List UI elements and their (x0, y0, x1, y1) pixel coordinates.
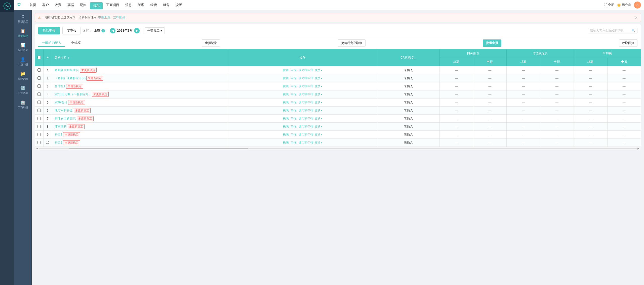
op-taxform-2[interactable]: 税表 (283, 84, 289, 88)
op-submit-9[interactable]: 申报 (291, 141, 297, 144)
op-taxform-6[interactable]: 税表 (283, 117, 289, 120)
op-submit-5[interactable]: 申报 (291, 109, 297, 112)
tab-small-scale[interactable]: 小规模 (67, 39, 84, 47)
scroll-right-btn[interactable]: ▶ (637, 147, 640, 150)
row-check-0[interactable] (37, 68, 41, 72)
nav-accounting[interactable]: 记账 (77, 0, 89, 10)
op-zero-1[interactable]: 设为零申报 (298, 76, 313, 80)
client-name-link-4[interactable]: 2007会计 (55, 101, 67, 104)
row-checkbox[interactable] (35, 131, 44, 139)
sec-sidebar-report-settings[interactable]: ⚙ 报税设置 (14, 12, 32, 25)
op-more-9[interactable]: 更多 (315, 141, 322, 144)
row-check-1[interactable] (37, 76, 41, 80)
client-name-link-1[interactable]: （勿删）江西聆宝-LSS (55, 76, 86, 80)
op-zero-9[interactable]: 设为零申报 (298, 141, 313, 144)
op-more-0[interactable]: 更多 (315, 69, 322, 72)
row-checkbox[interactable] (35, 115, 44, 123)
select-all-checkbox[interactable] (37, 56, 41, 59)
sec-sidebar-compute[interactable]: 🔢 汇算清缴 (14, 84, 32, 97)
op-zero-5[interactable]: 设为零申报 (298, 109, 313, 112)
client-name-link-8[interactable]: 科目1 (55, 133, 62, 136)
nav-service[interactable]: 服务 (160, 0, 172, 10)
op-submit-0[interactable]: 申报 (291, 68, 297, 72)
op-zero-7[interactable]: 设为零申报 (298, 125, 313, 128)
date-prev-btn[interactable]: ◀ (110, 28, 115, 33)
op-zero-8[interactable]: 设为零申报 (298, 133, 313, 136)
client-name-link-2[interactable]: 合作社1 (55, 84, 65, 88)
op-taxform-9[interactable]: 税表 (283, 141, 289, 144)
client-name-link-9[interactable]: 科目2 (55, 141, 62, 144)
row-checkbox[interactable] (35, 139, 44, 147)
row-check-7[interactable] (37, 125, 41, 128)
op-submit-4[interactable]: 申报 (291, 101, 297, 104)
row-checkbox[interactable] (35, 74, 44, 82)
sec-sidebar-record[interactable]: 📁 报税记录 (14, 69, 32, 83)
client-name-link-5[interactable]: 地方水利基金 (55, 109, 73, 112)
btn-batch-submit[interactable]: 批量申报 (483, 39, 501, 47)
nav-message[interactable]: 消息 (123, 0, 134, 10)
location-info-icon[interactable]: i (101, 29, 105, 32)
op-zero-6[interactable]: 设为零申报 (298, 117, 313, 120)
notice-link1[interactable]: 申报汇总 (98, 15, 110, 20)
op-taxform-7[interactable]: 税表 (283, 125, 289, 128)
nav-operation[interactable]: 经营 (148, 0, 159, 10)
nav-collection[interactable]: 收费 (52, 0, 64, 10)
sec-sidebar-batch-report[interactable]: 📋 批量报税 (14, 26, 32, 40)
op-submit-6[interactable]: 申报 (291, 117, 297, 120)
op-submit-2[interactable]: 申报 (291, 84, 297, 88)
op-zero-4[interactable]: 设为零申报 (298, 101, 313, 104)
sec-sidebar-business[interactable]: 🏢 工商年报 (14, 98, 32, 111)
row-checkbox[interactable] (35, 66, 44, 74)
op-zero-3[interactable]: 设为零申报 (298, 92, 313, 96)
fullscreen-btn[interactable]: ⛶ 全屏 (604, 3, 614, 7)
btn-withdraw[interactable]: 收取回执 (619, 39, 637, 47)
op-more-1[interactable]: 更多 (315, 77, 322, 80)
sec-sidebar-overview[interactable]: 📊 报税总览 (14, 41, 32, 54)
search-icon[interactable]: 🔍 (631, 29, 635, 32)
nav-management[interactable]: 管理 (135, 0, 147, 10)
op-submit-7[interactable]: 申报 (291, 125, 297, 128)
op-more-3[interactable]: 更多 (315, 93, 322, 96)
op-more-2[interactable]: 更多 (315, 85, 322, 88)
op-submit-8[interactable]: 申报 (291, 133, 297, 136)
btn-record[interactable]: 申报记录 (202, 39, 220, 47)
nav-settings[interactable]: 设置 (173, 0, 185, 10)
op-taxform-3[interactable]: 税表 (283, 92, 289, 96)
op-more-6[interactable]: 更多 (315, 117, 322, 120)
scroll-left-btn[interactable]: ◀ (36, 147, 39, 150)
row-check-2[interactable] (37, 84, 41, 88)
op-taxform-0[interactable]: 税表 (283, 68, 289, 72)
date-next-btn[interactable]: ▶ (134, 28, 140, 33)
client-name-link-0[interactable]: 勿删新税网络通信 (55, 68, 79, 72)
upgrade-btn[interactable]: 👑 畅会员 (617, 3, 631, 7)
row-check-3[interactable] (37, 92, 41, 96)
sec-sidebar-personal[interactable]: 👤 个税申报 (14, 55, 32, 68)
nav-invoice[interactable]: 票据 (65, 0, 76, 10)
row-checkbox[interactable] (35, 123, 44, 131)
op-submit-1[interactable]: 申报 (291, 76, 297, 80)
btn-update[interactable]: 更新税定及取数 (338, 39, 366, 47)
client-name-link-6[interactable]: 杨仙女工资测试 (55, 117, 76, 120)
op-more-4[interactable]: 更多 (315, 101, 322, 104)
row-check-9[interactable] (37, 141, 41, 144)
op-more-8[interactable]: 更多 (315, 133, 322, 136)
nav-commerce[interactable]: 工商项目 (104, 0, 122, 10)
row-checkbox[interactable] (35, 107, 44, 115)
op-more-5[interactable]: 更多 (315, 109, 322, 112)
op-taxform-8[interactable]: 税表 (283, 133, 289, 136)
client-name-link-3[interactable]: 2013日记账（不要删除哈... (55, 92, 91, 96)
row-check-5[interactable] (37, 109, 41, 112)
search-input[interactable] (590, 29, 630, 32)
row-checkbox[interactable] (35, 82, 44, 90)
nav-customer[interactable]: 客户 (40, 0, 51, 10)
op-taxform-5[interactable]: 税表 (283, 109, 289, 112)
row-checkbox[interactable] (35, 90, 44, 99)
scroll-track[interactable] (39, 148, 637, 149)
tab-tax-declaration[interactable]: 税款申报 (38, 27, 60, 34)
op-more-7[interactable]: 更多 (315, 125, 322, 128)
nav-tax[interactable]: 报税 (90, 2, 103, 9)
nav-home[interactable]: 首页 (27, 0, 39, 10)
row-checkbox[interactable] (35, 99, 44, 107)
tab-general-taxpayer[interactable]: 一般的纳税人 (38, 39, 65, 47)
user-avatar[interactable]: A (634, 2, 641, 9)
